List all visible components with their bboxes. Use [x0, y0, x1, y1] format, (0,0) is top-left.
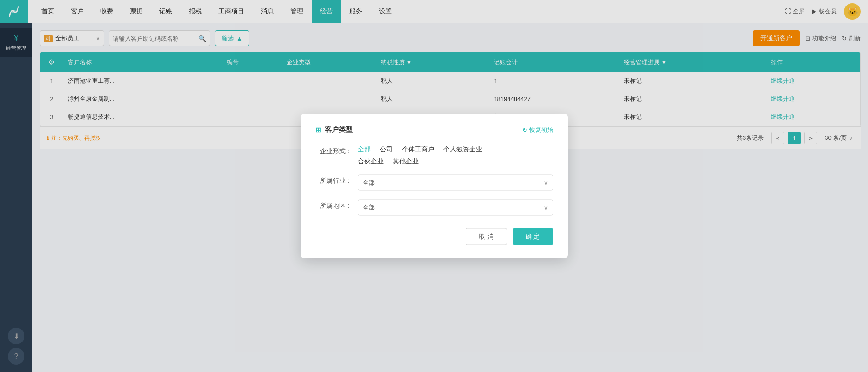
- industry-form-row: 所属行业： 全部 ∨: [315, 175, 553, 191]
- enterprise-form-label: 企业形式：: [315, 145, 352, 156]
- dialog-footer: 取 消 确 定: [315, 228, 553, 245]
- type-option-sole[interactable]: 个人独资企业: [443, 145, 482, 154]
- confirm-button[interactable]: 确 定: [513, 228, 553, 245]
- type-option-partnership[interactable]: 合伙企业: [358, 157, 384, 166]
- industry-select[interactable]: 全部 ∨: [358, 175, 553, 191]
- cancel-button[interactable]: 取 消: [466, 228, 507, 245]
- region-content: 全部 ∨: [358, 200, 553, 216]
- type-option-company[interactable]: 公司: [380, 145, 393, 154]
- region-label: 所属地区：: [315, 200, 352, 210]
- type-option-individual[interactable]: 个体工商户: [402, 145, 434, 154]
- restore-label: 恢复初始: [529, 126, 553, 134]
- industry-content: 全部 ∨: [358, 175, 553, 191]
- enterprise-type-options-2: 合伙企业 其他企业: [358, 157, 553, 166]
- industry-chevron-icon: ∨: [544, 180, 548, 186]
- dialog-title: ⊞ 客户类型: [315, 126, 353, 134]
- dialog-header: ⊞ 客户类型 ↻ 恢复初始: [315, 126, 553, 134]
- enterprise-form-row: 企业形式： 全部 公司 个体工商户 个人独资企业 合伙企业 其他企业: [315, 145, 553, 166]
- region-value: 全部: [363, 204, 375, 212]
- restore-icon: ↻: [522, 126, 527, 133]
- region-form-row: 所属地区： 全部 ∨: [315, 200, 553, 216]
- dialog-restore-btn[interactable]: ↻ 恢复初始: [522, 126, 553, 134]
- industry-label: 所属行业：: [315, 175, 352, 185]
- enterprise-type-options: 全部 公司 个体工商户 个人独资企业: [358, 145, 553, 154]
- dialog-title-text: 客户类型: [325, 126, 353, 134]
- region-select[interactable]: 全部 ∨: [358, 200, 553, 216]
- type-option-all[interactable]: 全部: [358, 145, 371, 154]
- type-option-other[interactable]: 其他企业: [393, 157, 419, 166]
- region-chevron-icon: ∨: [544, 204, 548, 211]
- enterprise-form-content: 全部 公司 个体工商户 个人独资企业 合伙企业 其他企业: [358, 145, 553, 166]
- filter-dialog: ⊞ 客户类型 ↻ 恢复初始 企业形式： 全部 公司 个体工商户 个人独资企业 合…: [301, 114, 568, 258]
- dialog-title-icon: ⊞: [315, 126, 321, 134]
- industry-value: 全部: [363, 179, 375, 187]
